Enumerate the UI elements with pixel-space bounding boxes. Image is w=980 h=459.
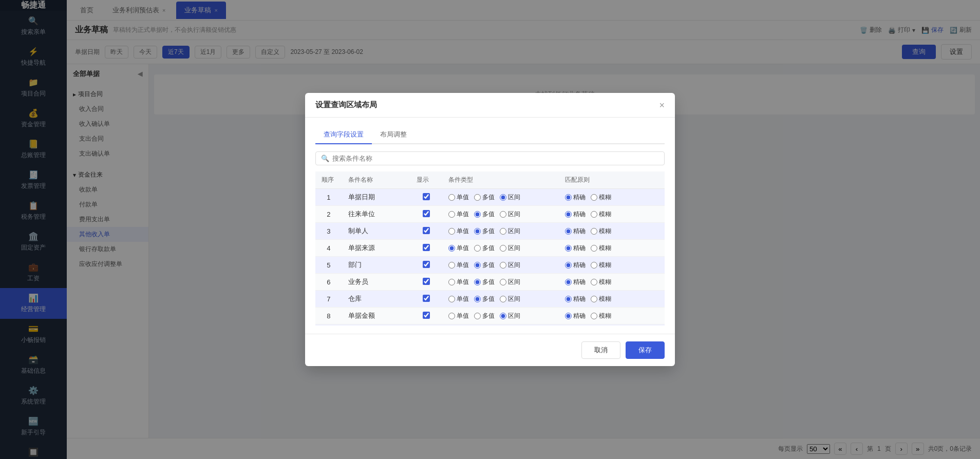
row-match: 精确 模糊 (559, 291, 665, 308)
show-checkbox[interactable] (423, 312, 430, 319)
show-checkbox[interactable] (423, 210, 430, 217)
match-exact-radio[interactable]: 精确 (565, 227, 586, 236)
table-scroll: 顺序 条件名称 显示 条件类型 匹配原则 1 单据日期 (315, 171, 665, 326)
dialog-tabs: 查询字段设置 布局调整 (315, 126, 665, 144)
row-type: 单值 多值 区间 (442, 308, 559, 324)
row-show[interactable] (410, 308, 442, 324)
type-single-radio[interactable]: 单值 (448, 227, 469, 236)
dialog-tab-layout[interactable]: 布局调整 (372, 126, 415, 144)
row-order: 2 (315, 206, 342, 223)
type-multi-radio[interactable]: 多值 (474, 278, 495, 286)
search-icon-dialog: 🔍 (321, 155, 329, 162)
row-name: 单据金额 (342, 308, 411, 324)
type-range-radio[interactable]: 区间 (500, 193, 520, 202)
match-exact-radio[interactable]: 精确 (565, 295, 586, 303)
row-show[interactable] (410, 189, 442, 206)
type-range-radio[interactable]: 区间 (500, 261, 520, 270)
match-fuzzy-radio[interactable]: 模糊 (591, 244, 611, 253)
row-name: 单据来源 (342, 240, 411, 257)
dialog-title: 设置查询区域布局 (315, 100, 377, 110)
match-fuzzy-radio[interactable]: 模糊 (591, 227, 611, 236)
show-checkbox[interactable] (423, 278, 430, 285)
match-exact-radio[interactable]: 精确 (565, 210, 586, 219)
row-match: 精确 模糊 (559, 189, 665, 206)
match-exact-radio[interactable]: 精确 (565, 193, 586, 202)
type-range-radio[interactable]: 区间 (500, 227, 520, 236)
row-match: 精确 模糊 (559, 308, 665, 324)
match-exact-radio[interactable]: 精确 (565, 244, 586, 253)
row-type: 单值 多值 区间 (442, 206, 559, 223)
row-order: 6 (315, 274, 342, 291)
match-exact-radio[interactable]: 精确 (565, 312, 586, 320)
match-fuzzy-radio[interactable]: 模糊 (591, 261, 611, 270)
match-fuzzy-radio[interactable]: 模糊 (591, 210, 611, 219)
table-row: 5 部门 单值 多值 区间 (315, 257, 665, 274)
type-single-radio[interactable]: 单值 (448, 261, 469, 270)
type-multi-radio[interactable]: 多值 (474, 193, 495, 202)
match-fuzzy-radio[interactable]: 模糊 (591, 295, 611, 303)
show-checkbox[interactable] (423, 244, 430, 251)
th-order: 顺序 (315, 171, 342, 189)
table-row: 1 单据日期 单值 多值 区间 (315, 189, 665, 206)
row-type: 单值 多值 区间 (442, 223, 559, 240)
type-single-radio[interactable]: 单值 (448, 278, 469, 286)
row-show[interactable] (410, 257, 442, 274)
type-multi-radio[interactable]: 多值 (474, 210, 495, 219)
match-fuzzy-radio[interactable]: 模糊 (591, 312, 611, 320)
table-row: 4 单据来源 单值 多值 区间 (315, 240, 665, 257)
search-input[interactable] (332, 155, 659, 162)
type-single-radio[interactable]: 单值 (448, 295, 469, 303)
dialog-footer: 取消 保存 (305, 334, 675, 366)
row-show[interactable] (410, 324, 442, 326)
type-range-radio[interactable]: 区间 (500, 295, 520, 303)
row-show[interactable] (410, 223, 442, 240)
dialog-header: 设置查询区域布局 × (305, 93, 675, 118)
row-show[interactable] (410, 274, 442, 291)
dialog-close-button[interactable]: × (659, 101, 665, 110)
show-checkbox[interactable] (423, 227, 430, 234)
type-range-radio[interactable]: 区间 (500, 210, 520, 219)
row-name: 业务员 (342, 274, 411, 291)
row-match: 精确 模糊 (559, 240, 665, 257)
row-show[interactable] (410, 206, 442, 223)
type-range-radio[interactable]: 区间 (500, 244, 520, 253)
row-match: 精确 模糊 (559, 324, 665, 326)
table-row: 7 仓库 单值 多值 区间 (315, 291, 665, 308)
type-multi-radio[interactable]: 多值 (474, 227, 495, 236)
row-name: 备注 (342, 324, 411, 326)
type-single-radio[interactable]: 单值 (448, 193, 469, 202)
type-multi-radio[interactable]: 多值 (474, 261, 495, 270)
match-exact-radio[interactable]: 精确 (565, 261, 586, 270)
type-single-radio[interactable]: 单值 (448, 210, 469, 219)
show-checkbox[interactable] (423, 261, 430, 268)
row-match: 精确 模糊 (559, 274, 665, 291)
settings-dialog: 设置查询区域布局 × 查询字段设置 布局调整 🔍 顺序 (305, 93, 675, 366)
type-multi-radio[interactable]: 多值 (474, 244, 495, 253)
type-single-radio[interactable]: 单值 (448, 312, 469, 320)
row-name: 单据日期 (342, 189, 411, 206)
match-fuzzy-radio[interactable]: 模糊 (591, 278, 611, 286)
show-checkbox[interactable] (423, 295, 430, 302)
dialog-tab-fields[interactable]: 查询字段设置 (315, 126, 372, 144)
search-box: 🔍 (315, 151, 665, 165)
row-name: 部门 (342, 257, 411, 274)
cancel-button[interactable]: 取消 (581, 341, 620, 359)
type-multi-radio[interactable]: 多值 (474, 312, 495, 320)
row-show[interactable] (410, 240, 442, 257)
type-range-radio[interactable]: 区间 (500, 312, 520, 320)
type-single-radio[interactable]: 单值 (448, 244, 469, 253)
type-multi-radio[interactable]: 多值 (474, 295, 495, 303)
row-order: 1 (315, 189, 342, 206)
row-order: 7 (315, 291, 342, 308)
row-order: 9 (315, 324, 342, 326)
save-dialog-button[interactable]: 保存 (626, 341, 665, 359)
row-match: 精确 模糊 (559, 257, 665, 274)
row-type: 单值 多值 区间 (442, 291, 559, 308)
match-fuzzy-radio[interactable]: 模糊 (591, 193, 611, 202)
row-show[interactable] (410, 291, 442, 308)
show-checkbox[interactable] (423, 193, 430, 200)
type-range-radio[interactable]: 区间 (500, 278, 520, 286)
match-exact-radio[interactable]: 精确 (565, 278, 586, 286)
modal-overlay: 设置查询区域布局 × 查询字段设置 布局调整 🔍 顺序 (0, 0, 980, 459)
table-row: 2 往来单位 单值 多值 区间 (315, 206, 665, 223)
